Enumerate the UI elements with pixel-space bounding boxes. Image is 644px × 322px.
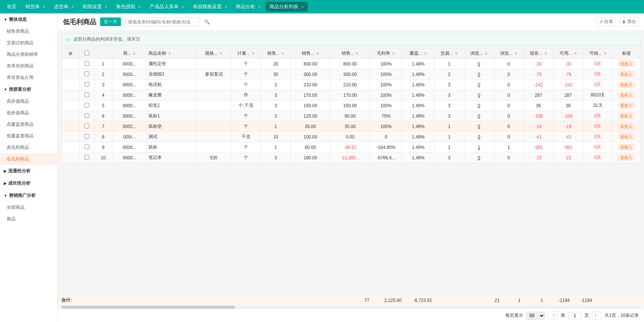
- sidebar-item-inventory-capital[interactable]: 库存资金占用: [0, 72, 57, 83]
- col-header-browse1[interactable]: 浏览... ⇅: [464, 48, 494, 59]
- nav-purchase-close[interactable]: ×: [71, 4, 74, 9]
- row-checkbox[interactable]: [84, 82, 89, 87]
- sidebar-item-low-value[interactable]: 低价值商品: [0, 107, 57, 119]
- row-settings[interactable]: [62, 59, 80, 69]
- row-browse1[interactable]: 0: [464, 59, 494, 69]
- row-checkbox[interactable]: [84, 124, 89, 128]
- sidebar-item-low-coverage[interactable]: 低覆盖度商品: [0, 130, 57, 142]
- per-page-select[interactable]: 50 100 200: [526, 312, 545, 320]
- export-button[interactable]: ⬇ 导出: [619, 17, 639, 26]
- row-check[interactable]: [79, 142, 94, 153]
- sidebar-item-traded-products[interactable]: 交易过的商品: [0, 37, 57, 49]
- select-all-checkbox[interactable]: [84, 51, 89, 55]
- col-header-saleable[interactable]: 可销... ⇅: [583, 48, 613, 59]
- sidebar-item-new-products[interactable]: 新品: [0, 213, 57, 225]
- col-header-gross-rate[interactable]: 毛利率 ⇅: [370, 48, 402, 59]
- prev-page-button[interactable]: 〈: [548, 311, 558, 320]
- table-container[interactable]: ⚙ 商... ⇅ 商品名称 ⇅ 规格... ⇅ 计量... ⇅ 销售... ⇅ …: [61, 48, 640, 294]
- row-check[interactable]: [79, 121, 94, 132]
- nav-analysis[interactable]: 商品分析 ×: [232, 2, 264, 12]
- col-header-unit[interactable]: 计量... ⇅: [231, 48, 261, 59]
- row-settings[interactable]: [62, 121, 80, 132]
- col-header-sales-price[interactable]: 销售... ⇅: [291, 48, 330, 59]
- row-settings[interactable]: [62, 111, 80, 121]
- nav-role-close[interactable]: ×: [138, 4, 141, 9]
- row-settings[interactable]: [62, 153, 80, 163]
- search-icon[interactable]: 🔍: [204, 19, 210, 25]
- sidebar-group-growth[interactable]: ▶ 成长性分析: [0, 177, 57, 189]
- row-check[interactable]: [79, 132, 94, 142]
- row-browse1[interactable]: 0: [464, 101, 494, 111]
- row-browse1[interactable]: 1: [464, 142, 494, 153]
- row-checkbox[interactable]: [84, 71, 89, 76]
- row-check[interactable]: [79, 111, 94, 121]
- nav-product-in-close[interactable]: ×: [182, 4, 184, 9]
- sidebar-item-all-products[interactable]: 全部商品: [0, 202, 57, 213]
- nav-permission[interactable]: 权限设置 ×: [79, 2, 111, 12]
- sidebar-item-high-coverage[interactable]: 高覆盖度商品: [0, 119, 57, 130]
- row-checkbox[interactable]: [84, 103, 89, 108]
- sidebar-group-marketing[interactable]: ▼ 营销推广分析: [0, 189, 57, 202]
- nav-analysis-list[interactable]: 商品分析列表 ×: [266, 2, 307, 12]
- row-check[interactable]: [79, 80, 94, 90]
- row-checkbox[interactable]: [84, 113, 89, 118]
- row-checkbox[interactable]: [84, 61, 89, 66]
- nav-role[interactable]: 角色授权 ×: [112, 2, 144, 12]
- sidebar-item-high-margin[interactable]: 高毛利商品: [0, 142, 57, 153]
- sidebar-item-sales-products[interactable]: 销售类商品: [0, 26, 57, 37]
- row-settings[interactable]: [62, 132, 80, 142]
- col-header-settings[interactable]: ⚙: [62, 48, 80, 59]
- col-header-name[interactable]: 商品名称 ⇅: [147, 48, 196, 59]
- row-checkbox[interactable]: [84, 134, 89, 139]
- row-settings[interactable]: [62, 69, 80, 80]
- nav-template[interactable]: 单据模板设置 ×: [189, 2, 231, 12]
- filter-period-button[interactable]: 近一月: [100, 17, 121, 26]
- row-browse1[interactable]: 0: [464, 111, 494, 121]
- nav-permission-close[interactable]: ×: [105, 4, 107, 9]
- nav-sales-close[interactable]: ×: [43, 4, 45, 9]
- row-check[interactable]: [79, 153, 94, 163]
- col-header-trade[interactable]: 交易... ⇅: [434, 48, 464, 59]
- row-settings[interactable]: [62, 142, 80, 153]
- row-browse1[interactable]: 0: [464, 121, 494, 132]
- col-header-available[interactable]: 可用... ⇅: [553, 48, 583, 59]
- nav-template-close[interactable]: ×: [225, 4, 227, 9]
- nav-sales[interactable]: 销货单 ×: [22, 2, 49, 12]
- row-check[interactable]: [79, 90, 94, 101]
- sidebar-group-overall[interactable]: ▼ 整体信息: [0, 13, 57, 26]
- sidebar-group-category[interactable]: ▼ 类群富分析: [0, 83, 57, 96]
- search-input[interactable]: [125, 17, 199, 26]
- row-browse1[interactable]: 0: [464, 80, 494, 90]
- col-header-browse2[interactable]: 浏览... ⇅: [494, 48, 523, 59]
- col-header-spec[interactable]: 规格... ⇅: [196, 48, 231, 59]
- nav-analysis-list-close[interactable]: ×: [301, 4, 304, 9]
- row-check[interactable]: [79, 69, 94, 80]
- row-settings[interactable]: [62, 80, 80, 90]
- sidebar-item-category-rate[interactable]: 商品分类助销率: [0, 49, 57, 60]
- nav-analysis-close[interactable]: ×: [258, 4, 260, 9]
- row-settings[interactable]: [62, 101, 80, 111]
- col-header-sales-profit[interactable]: 销售... ⇅: [330, 48, 370, 59]
- col-header-cover[interactable]: 覆盖... ⇅: [402, 48, 435, 59]
- col-header-check[interactable]: [79, 48, 94, 59]
- row-browse1[interactable]: 0: [464, 69, 494, 80]
- row-browse1[interactable]: 0: [464, 153, 494, 163]
- row-check[interactable]: [79, 101, 94, 111]
- col-header-sales-count[interactable]: 销售... ⇅: [261, 48, 291, 59]
- row-checkbox[interactable]: [84, 155, 89, 160]
- next-page-button[interactable]: 〉: [592, 311, 602, 320]
- row-check[interactable]: [79, 59, 94, 69]
- sidebar-item-high-value[interactable]: 高价值商品: [0, 96, 57, 107]
- nav-purchase[interactable]: 进货单 ×: [50, 2, 77, 12]
- row-browse1[interactable]: 0: [464, 132, 494, 142]
- sidebar-group-liquidity[interactable]: ▶ 流通性分析: [0, 165, 57, 177]
- row-checkbox[interactable]: [84, 92, 89, 97]
- sidebar-item-inventory-products[interactable]: 有库存的商品: [0, 60, 57, 72]
- scrollbar-thumb[interactable]: [61, 306, 235, 309]
- row-checkbox[interactable]: [84, 144, 89, 149]
- nav-home[interactable]: 首页: [3, 2, 20, 12]
- share-button[interactable]: ↗ 分享: [596, 17, 616, 26]
- col-header-current[interactable]: 现有... ⇅: [523, 48, 553, 59]
- nav-product-in[interactable]: 产成品入库单 ×: [146, 2, 188, 12]
- page-number-input[interactable]: [568, 312, 581, 319]
